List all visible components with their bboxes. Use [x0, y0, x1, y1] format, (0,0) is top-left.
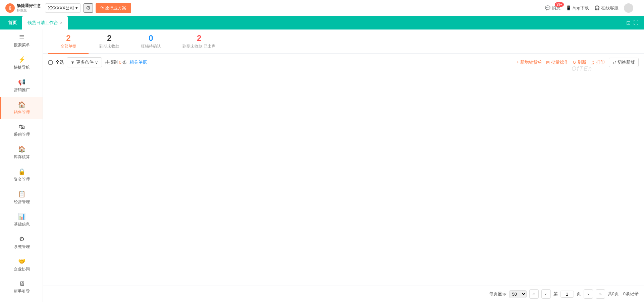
marketing-label: 营销推广: [14, 87, 30, 93]
filter-label: 更多条件: [76, 59, 94, 65]
refresh-icon: ↻: [573, 60, 576, 65]
first-page-button[interactable]: «: [529, 289, 539, 299]
refresh-button[interactable]: ↻ 刷新: [573, 59, 586, 65]
sidebar-item-cooperation[interactable]: 🤝 企业协同: [0, 254, 43, 276]
filter-icon: ▼: [70, 60, 75, 65]
logo-text: 畅捷通好生意 标准版: [17, 3, 41, 12]
message-icon: 💬: [545, 5, 550, 10]
home-tab-label: 首页: [8, 20, 17, 26]
print-icon: 🖨: [590, 60, 595, 65]
app-title: 畅捷通好生意: [17, 3, 41, 8]
online-service-label: 在线客服: [601, 5, 619, 11]
guide-label: 新手引导: [14, 289, 30, 294]
cooperation-icon: 🤝: [18, 258, 25, 265]
nav-expand-icon[interactable]: ⛶: [633, 20, 639, 26]
pagination: 每页显示 50 100 200 « ‹ 第 页 › » 共0页，0条记录: [43, 286, 644, 302]
online-service-button[interactable]: 🎧 在线客服: [594, 5, 619, 11]
sidebar-item-app-center[interactable]: 📦 应用中心: [0, 298, 43, 302]
sidebar-item-system[interactable]: ⚙ 系统管理: [0, 231, 43, 254]
found-text: 共找到 0 条: [105, 59, 127, 65]
stats-label-overdue: 到期未收款: [99, 44, 119, 49]
stats-label-all: 全部单据: [60, 44, 76, 49]
next-page-button[interactable]: ›: [584, 289, 593, 299]
stats-tab-pending[interactable]: 0 旺铺待确认: [130, 29, 172, 54]
sidebar-item-purchase[interactable]: 🛍 采购管理: [0, 119, 43, 141]
app-download-button[interactable]: 📱 App下载: [566, 5, 589, 11]
page-number-input[interactable]: [560, 291, 574, 298]
stats-label-shipped: 到期未收款 已出库: [182, 44, 216, 49]
sidebar-item-marketing[interactable]: 📢 营销推广: [0, 74, 43, 97]
base-info-label: 基础信息: [14, 222, 30, 227]
batch-button[interactable]: ⊞ 批量操作: [546, 59, 569, 65]
search-menu-label: 搜索菜单: [14, 42, 30, 48]
filter-chevron: ∨: [95, 60, 98, 65]
page-label: 第: [553, 291, 558, 297]
guide-icon: 🖥: [19, 280, 25, 287]
logo-icon: 6: [5, 3, 15, 13]
settings-button[interactable]: ⚙: [84, 3, 93, 13]
message-button[interactable]: 💬 消息 99+: [545, 5, 560, 11]
found-unit: 条: [122, 60, 127, 65]
operations-icon: 📋: [18, 190, 25, 198]
add-sales-button[interactable]: + 新增销货单: [517, 59, 542, 65]
page-suffix: 页: [577, 291, 581, 297]
sidebar-item-search-menu[interactable]: ☰ 搜索菜单: [0, 29, 43, 52]
switch-label: 切换新版: [618, 59, 635, 65]
stats-tab-overdue[interactable]: 2 到期未收款: [89, 29, 130, 54]
purchase-icon: 🛍: [19, 123, 25, 130]
quick-nav-icon: ⚡: [18, 56, 25, 63]
select-all-label: 全选: [55, 59, 64, 65]
refresh-label: 刷新: [578, 59, 586, 65]
nav-tab-home[interactable]: 首页: [3, 16, 22, 29]
finance-label: 资金管理: [14, 177, 30, 182]
stats-count-pending: 0: [149, 34, 153, 43]
stats-tabs: 2 全部单据 2 到期未收款 0 旺铺待确认 2 到期未收款 已出库: [43, 29, 644, 54]
sidebar-item-sales[interactable]: 🏠 销售管理: [0, 97, 43, 119]
header-right: 💬 消息 99+ 📱 App下载 🎧 在线客服: [545, 3, 639, 13]
nav-tabs: 首页 钱货日清工作台 × ⊡ ⛶: [0, 16, 644, 29]
cooperation-label: 企业协同: [14, 266, 30, 272]
sidebar-item-finance[interactable]: 🔒 资金管理: [0, 164, 43, 186]
sidebar-item-inventory[interactable]: 🏠 库存核算: [0, 141, 43, 164]
stats-count-overdue: 2: [107, 34, 111, 43]
tab-close-icon[interactable]: ×: [60, 20, 62, 25]
app-download-label: App下载: [573, 5, 589, 11]
system-label: 系统管理: [14, 244, 30, 250]
nav-tab-workbench[interactable]: 钱货日清工作台 ×: [22, 16, 68, 29]
logo-area: 6 畅捷通好生意 标准版: [5, 3, 42, 13]
dropdown-icon: ▾: [75, 5, 78, 10]
system-icon: ⚙: [19, 235, 24, 243]
stats-tab-shipped[interactable]: 2 到期未收款 已出库: [172, 29, 226, 54]
stats-tab-all[interactable]: 2 全部单据: [48, 29, 89, 54]
trial-button[interactable]: 体验行业方案: [96, 3, 131, 13]
sidebar-item-operations[interactable]: 📋 经营管理: [0, 186, 43, 209]
stats-count-shipped: 2: [197, 34, 201, 43]
sidebar-item-guide[interactable]: 🖥 新手引导: [0, 276, 43, 298]
workbench-tab-label: 钱货日清工作台: [28, 20, 58, 26]
nav-restore-icon[interactable]: ⊡: [626, 20, 631, 26]
filter-button[interactable]: ▼ 更多条件 ∨: [67, 57, 102, 67]
inventory-icon: 🏠: [18, 145, 25, 153]
toolbar: 全选 ▼ 更多条件 ∨ 共找到 0 条 相关单据 + 新增销货单 ⊞ 批量操作: [43, 54, 644, 71]
sidebar-item-base-info[interactable]: 📊 基础信息: [0, 209, 43, 231]
search-menu-icon: ☰: [19, 34, 24, 41]
purchase-label: 采购管理: [14, 132, 30, 137]
switch-version-button[interactable]: ⇄ 切换新版: [609, 58, 639, 67]
content-area: 2 全部单据 2 到期未收款 0 旺铺待确认 2 到期未收款 已出库 全选: [43, 29, 644, 302]
header-left: 6 畅捷通好生意 标准版 XXXXXX公司 ▾ ⚙ 体验行业方案: [5, 3, 131, 13]
found-count: 0: [119, 60, 121, 65]
select-all-checkbox[interactable]: [48, 60, 53, 65]
sidebar-item-quick-nav[interactable]: ⚡ 快捷导航: [0, 52, 43, 74]
related-link[interactable]: 相关单据: [129, 59, 147, 65]
service-icon: 🎧: [594, 5, 600, 10]
nav-actions: ⊡ ⛶: [626, 20, 641, 26]
print-button[interactable]: 🖨 打印: [590, 59, 605, 65]
last-page-button[interactable]: »: [596, 289, 605, 299]
avatar[interactable]: [624, 3, 633, 13]
prev-page-button[interactable]: ‹: [541, 289, 551, 299]
page-size-label: 每页显示: [489, 291, 506, 297]
company-selector[interactable]: XXXXXX公司 ▾: [45, 3, 81, 13]
page-size-select[interactable]: 50 100 200: [509, 290, 527, 298]
table-area: [43, 71, 644, 286]
download-icon: 📱: [566, 5, 571, 10]
